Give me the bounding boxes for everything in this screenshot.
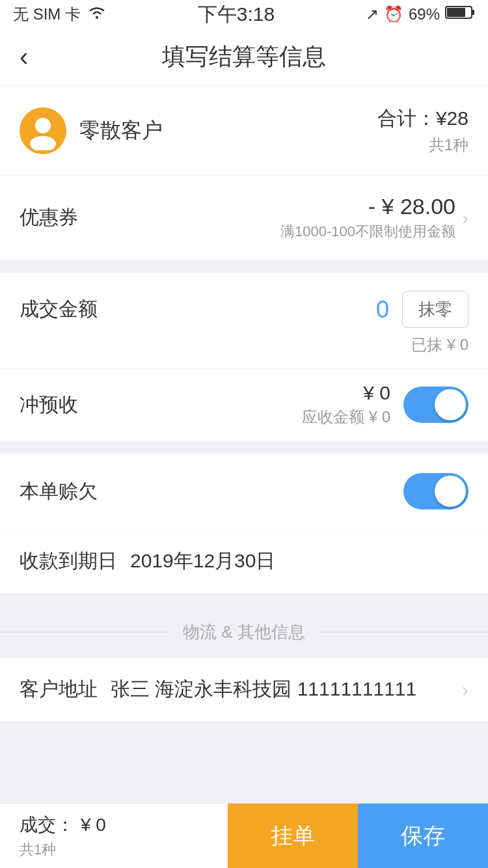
status-bar-time: 下午3:18 xyxy=(198,1,275,28)
nav-bar: ‹ 填写结算等信息 xyxy=(0,29,488,86)
total-count: 共1种 xyxy=(377,135,468,156)
location-icon: ↗ xyxy=(366,5,379,23)
address-left: 客户地址 张三 海淀永丰科技园 11111111111 xyxy=(20,676,416,703)
bottom-count: 共1种 xyxy=(20,840,208,860)
deal-amount-label: 成交金额 xyxy=(20,296,98,323)
total-amount: 合计：¥28 xyxy=(377,105,468,132)
status-bar-left: 无 SIM 卡 xyxy=(13,4,107,25)
bottom-bar: 成交： ¥ 0 共1种 挂单 保存 xyxy=(0,803,488,868)
debt-label: 本单赊欠 xyxy=(20,478,98,505)
svg-point-5 xyxy=(30,136,56,150)
due-date-row: 收款到期日 2019年12月30日 xyxy=(0,529,488,593)
address-label: 客户地址 xyxy=(20,676,98,703)
coupon-row[interactable]: 优惠券 - ¥ 28.00 满1000-100不限制使用金额 › xyxy=(0,175,488,260)
svg-point-0 xyxy=(96,16,98,19)
coupon-label: 优惠券 xyxy=(20,204,78,231)
avatar xyxy=(20,107,66,154)
alarm-icon: ⏰ xyxy=(384,5,403,23)
pre-collection-row: 冲预收 ¥ 0 应收金额 ¥ 0 xyxy=(0,368,488,441)
pre-right: ¥ 0 应收金额 ¥ 0 xyxy=(302,382,468,427)
round-zero-sub: 已抹 ¥ 0 xyxy=(0,334,488,368)
amount-right: 0 抹零 xyxy=(376,291,468,328)
bottom-deal: 成交： ¥ 0 xyxy=(20,813,208,837)
address-section: 客户地址 张三 海淀永丰科技园 11111111111 › xyxy=(0,658,488,721)
deal-prefix: 成交： xyxy=(20,813,74,837)
user-icon xyxy=(23,111,62,150)
sim-status: 无 SIM 卡 xyxy=(13,4,81,25)
customer-left: 零散客户 xyxy=(20,107,163,154)
bottom-spacer xyxy=(0,734,488,812)
round-zero-button[interactable]: 抹零 xyxy=(402,291,468,328)
svg-point-4 xyxy=(35,118,51,133)
hang-button[interactable]: 挂单 xyxy=(228,804,358,868)
logistics-title: 物流 & 其他信息 xyxy=(170,621,318,644)
due-date-value: 2019年12月30日 xyxy=(130,548,275,575)
bottom-info: 成交： ¥ 0 共1种 xyxy=(0,804,228,868)
address-value: 张三 海淀永丰科技园 11111111111 xyxy=(111,676,416,703)
debt-section: 本单赊欠 收款到期日 2019年12月30日 xyxy=(0,454,488,593)
customer-right: 合计：¥28 共1种 xyxy=(377,105,468,156)
due-date-label: 收款到期日 xyxy=(20,548,117,575)
customer-row: 零散客户 合计：¥28 共1种 xyxy=(0,86,488,175)
svg-rect-3 xyxy=(472,10,474,15)
chevron-right-icon: › xyxy=(462,207,468,229)
status-bar: 无 SIM 卡 下午3:18 ↗ ⏰ 69% xyxy=(0,0,488,29)
coupon-info: - ¥ 28.00 满1000-100不限制使用金额 xyxy=(280,194,455,241)
pre-sub: 应收金额 ¥ 0 xyxy=(302,407,390,427)
deal-amount-section: 成交金额 0 抹零 已抹 ¥ 0 冲预收 ¥ 0 应收金额 ¥ 0 xyxy=(0,273,488,441)
logistics-header: 物流 & 其他信息 xyxy=(0,606,488,658)
save-button[interactable]: 保存 xyxy=(358,804,488,868)
coupon-right: - ¥ 28.00 满1000-100不限制使用金额 › xyxy=(280,194,468,241)
address-row[interactable]: 客户地址 张三 海淀永丰科技园 11111111111 › xyxy=(0,658,488,721)
customer-section: 零散客户 合计：¥28 共1种 优惠券 - ¥ 28.00 满1000-100不… xyxy=(0,86,488,260)
pre-collection-toggle[interactable] xyxy=(403,387,468,423)
deal-amount-value: 0 xyxy=(376,296,389,323)
debt-toggle[interactable] xyxy=(403,473,468,509)
pre-amount-info: ¥ 0 应收金额 ¥ 0 xyxy=(302,382,390,427)
coupon-desc: 满1000-100不限制使用金额 xyxy=(280,222,455,241)
deal-total: ¥ 0 xyxy=(81,815,106,835)
battery-icon xyxy=(445,5,475,24)
coupon-amount: - ¥ 28.00 xyxy=(280,194,455,219)
pre-collection-label: 冲预收 xyxy=(20,392,78,418)
page-title: 填写结算等信息 xyxy=(162,41,326,73)
wifi-icon xyxy=(87,5,107,23)
amount-row: 成交金额 0 抹零 xyxy=(0,273,488,334)
debt-row: 本单赊欠 xyxy=(0,454,488,529)
address-chevron-icon: › xyxy=(462,679,468,701)
svg-rect-2 xyxy=(447,8,465,17)
battery-percent: 69% xyxy=(409,5,440,23)
pre-amount: ¥ 0 xyxy=(302,382,390,404)
customer-name: 零散客户 xyxy=(79,116,163,145)
status-bar-right: ↗ ⏰ 69% xyxy=(366,5,475,24)
back-button[interactable]: ‹ xyxy=(20,42,28,72)
